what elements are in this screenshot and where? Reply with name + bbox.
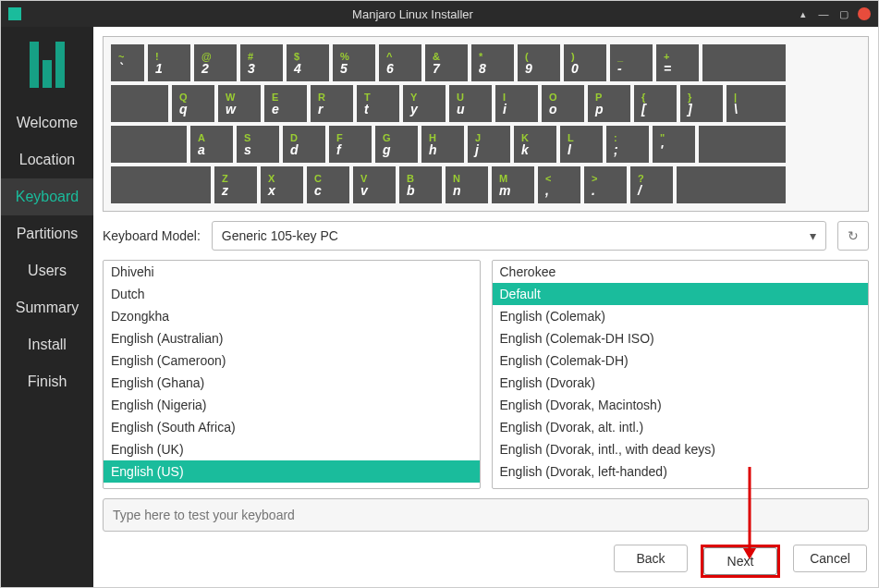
key: Dd bbox=[283, 126, 325, 163]
key: #3 bbox=[240, 44, 283, 81]
key: Xx bbox=[261, 166, 303, 203]
list-item[interactable]: English (Colemak-DH) bbox=[493, 349, 869, 372]
list-item[interactable]: English (Australian) bbox=[104, 327, 480, 349]
manjaro-logo bbox=[19, 40, 75, 88]
sidebar: WelcomeLocationKeyboardPartitionsUsersSu… bbox=[1, 27, 93, 587]
list-item[interactable]: English (Dvorak, alt. intl.) bbox=[493, 416, 869, 438]
list-item[interactable]: Dhivehi bbox=[104, 261, 480, 283]
keyboard-model-select[interactable]: Generic 105-key PC bbox=[212, 221, 826, 251]
key: Gg bbox=[375, 126, 418, 163]
key bbox=[699, 126, 786, 163]
key: Zz bbox=[214, 166, 257, 203]
reset-model-button[interactable]: ↻ bbox=[837, 221, 869, 251]
list-item[interactable]: Default bbox=[493, 283, 869, 305]
list-item[interactable]: English (South Africa) bbox=[104, 416, 480, 438]
main: WelcomeLocationKeyboardPartitionsUsersSu… bbox=[1, 27, 878, 587]
key: (9 bbox=[518, 44, 560, 81]
key: Qq bbox=[172, 85, 214, 122]
list-item[interactable]: English (Cameroon) bbox=[104, 349, 480, 372]
key: Rr bbox=[311, 85, 353, 122]
window-controls: ▴ — ▢ bbox=[797, 7, 871, 20]
key: |\ bbox=[726, 85, 786, 122]
sidebar-item-summary[interactable]: Summary bbox=[1, 289, 93, 326]
list-item[interactable]: English (Dvorak, intl., with dead keys) bbox=[493, 438, 869, 460]
key: :; bbox=[606, 126, 649, 163]
list-item[interactable]: Cherokee bbox=[493, 261, 869, 283]
key: Nn bbox=[446, 166, 488, 203]
next-button[interactable]: Next bbox=[703, 547, 777, 575]
installer-window: Manjaro Linux Installer ▴ — ▢ WelcomeLoc… bbox=[0, 0, 879, 588]
list-item[interactable]: English (Colemak) bbox=[493, 305, 869, 327]
list-item[interactable]: Dzongkha bbox=[104, 305, 480, 327]
list-item[interactable]: English (Dvorak, left-handed) bbox=[493, 460, 869, 483]
key: }] bbox=[680, 85, 723, 122]
titlebar: Manjaro Linux Installer ▴ — ▢ bbox=[1, 1, 878, 27]
window-title: Manjaro Linux Installer bbox=[29, 7, 797, 21]
keyboard-test-input[interactable] bbox=[103, 498, 869, 532]
key: $4 bbox=[287, 44, 329, 81]
keyboard-preview: ~`!1@2#3$4%5^6&7*8(9)0_-+=QqWwEeRrTtYyUu… bbox=[103, 36, 869, 212]
key bbox=[111, 85, 168, 122]
key: Vv bbox=[353, 166, 396, 203]
key: Hh bbox=[421, 126, 464, 163]
sidebar-item-install[interactable]: Install bbox=[1, 326, 93, 363]
model-row: Keyboard Model: Generic 105-key PC ↻ bbox=[103, 221, 869, 251]
maximize-icon[interactable]: ▢ bbox=[837, 7, 850, 20]
sidebar-item-welcome[interactable]: Welcome bbox=[1, 104, 93, 141]
annotation-next-highlight: Next bbox=[701, 545, 780, 578]
cancel-button[interactable]: Cancel bbox=[793, 545, 867, 572]
key: Ss bbox=[237, 126, 279, 163]
key: <, bbox=[538, 166, 580, 203]
key: Oo bbox=[542, 85, 584, 122]
key bbox=[677, 166, 786, 203]
key: Cc bbox=[307, 166, 349, 203]
key: Ww bbox=[218, 85, 261, 122]
key: Ll bbox=[560, 126, 603, 163]
sidebar-item-partitions[interactable]: Partitions bbox=[1, 215, 93, 252]
key: )0 bbox=[564, 44, 606, 81]
key: Jj bbox=[468, 126, 510, 163]
keyboard-model-value: Generic 105-key PC bbox=[222, 228, 338, 243]
back-button[interactable]: Back bbox=[614, 545, 688, 572]
key: {[ bbox=[634, 85, 677, 122]
key: Uu bbox=[449, 85, 492, 122]
list-item[interactable]: English (Dvorak) bbox=[493, 372, 869, 394]
key: ^6 bbox=[379, 44, 421, 81]
keep-above-icon[interactable]: ▴ bbox=[797, 7, 810, 20]
key: Ff bbox=[329, 126, 372, 163]
minimize-icon[interactable]: — bbox=[817, 7, 830, 20]
sidebar-item-location[interactable]: Location bbox=[1, 141, 93, 178]
key: Mm bbox=[492, 166, 534, 203]
list-item[interactable]: Dutch bbox=[104, 283, 480, 305]
sidebar-item-finish[interactable]: Finish bbox=[1, 363, 93, 400]
key: &7 bbox=[425, 44, 468, 81]
variant-listbox[interactable]: CherokeeDefaultEnglish (Colemak)English … bbox=[492, 260, 870, 489]
list-item[interactable]: English (Ghana) bbox=[104, 372, 480, 394]
key: Tt bbox=[357, 85, 399, 122]
key: Bb bbox=[399, 166, 442, 203]
key: Ii bbox=[495, 85, 538, 122]
content-wrap: ~`!1@2#3$4%5^6&7*8(9)0_-+=QqWwEeRrTtYyUu… bbox=[93, 27, 878, 587]
sidebar-item-users[interactable]: Users bbox=[1, 252, 93, 289]
layout-listbox[interactable]: DhivehiDutchDzongkhaEnglish (Australian)… bbox=[103, 260, 481, 489]
key: *8 bbox=[471, 44, 514, 81]
keyboard-model-label: Keyboard Model: bbox=[103, 228, 201, 243]
key: Yy bbox=[403, 85, 446, 122]
key: Aa bbox=[190, 126, 233, 163]
close-icon[interactable] bbox=[858, 7, 871, 20]
list-item[interactable]: English (Nigeria) bbox=[104, 394, 480, 416]
app-icon bbox=[8, 7, 21, 20]
key bbox=[111, 166, 211, 203]
list-item[interactable]: English (Dvorak, Macintosh) bbox=[493, 394, 869, 416]
lists-row: DhivehiDutchDzongkhaEnglish (Australian)… bbox=[103, 260, 869, 489]
list-item[interactable]: English (US) bbox=[104, 460, 480, 483]
list-item[interactable]: English (UK) bbox=[104, 438, 480, 460]
sidebar-item-keyboard[interactable]: Keyboard bbox=[1, 178, 93, 215]
key: Kk bbox=[514, 126, 556, 163]
key: "' bbox=[653, 126, 695, 163]
key: %5 bbox=[333, 44, 375, 81]
list-item[interactable]: English (Colemak-DH ISO) bbox=[493, 327, 869, 349]
key: Pp bbox=[588, 85, 630, 122]
key: @2 bbox=[194, 44, 237, 81]
key: !1 bbox=[148, 44, 190, 81]
